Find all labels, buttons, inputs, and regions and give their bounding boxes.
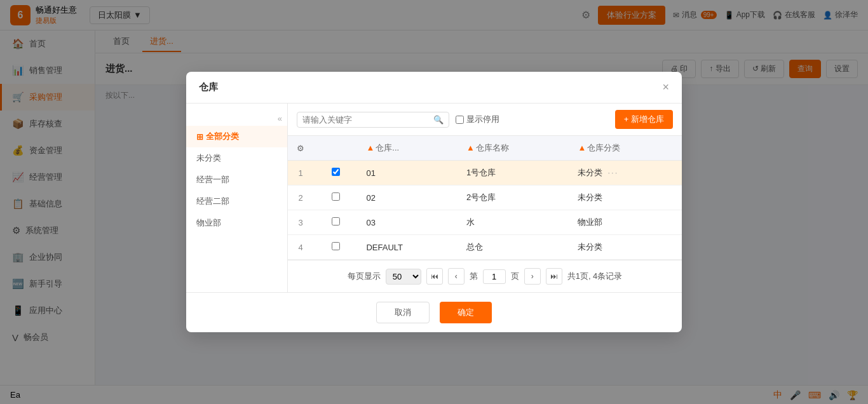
show-disabled-checkbox[interactable] [456, 116, 464, 124]
td-code: 02 [358, 185, 459, 210]
th-settings: ⚙ [288, 136, 313, 161]
td-name: 总仓 [459, 235, 571, 260]
th-category[interactable]: ▲仓库分类 [570, 136, 682, 161]
category-uncat[interactable]: 未分类 [186, 147, 287, 169]
td-name: 1号仓库 [459, 161, 571, 185]
new-warehouse-btn[interactable]: + 新增仓库 [615, 110, 673, 129]
next-page-btn[interactable]: › [524, 268, 541, 285]
category-panel: « ⊞ 全部分类 未分类 经营一部 经营二部 物业部 [186, 104, 288, 292]
page-number-input[interactable] [483, 269, 506, 284]
warehouse-table: ⚙ ▲仓库... ▲仓库名称 ▲仓库分类 1 01 1号仓库 未分类··· 2 [288, 136, 682, 260]
th-code[interactable]: ▲仓库... [358, 136, 459, 161]
td-num: 1 [288, 161, 313, 185]
td-name: 水 [459, 210, 571, 235]
table-row[interactable]: 4 DEFAULT 总仓 未分类 [288, 235, 682, 260]
pagination: 每页显示 50 20 100 ⏮ ‹ 第 页 › ⏭ 共1页, 4条记录 [288, 260, 682, 292]
first-page-btn[interactable]: ⏮ [426, 268, 443, 285]
category-dept2[interactable]: 经营二部 [186, 191, 287, 212]
search-input[interactable] [302, 115, 431, 125]
td-category: 未分类 [570, 185, 682, 210]
modal-content-panel: 🔍 显示停用 + 新增仓库 ⚙ [288, 104, 682, 292]
modal-body: « ⊞ 全部分类 未分类 经营一部 经营二部 物业部 [186, 104, 682, 292]
warehouse-modal: 仓库 × « ⊞ 全部分类 未分类 经营一部 经营二部 [186, 72, 682, 332]
td-num: 2 [288, 185, 313, 210]
th-name[interactable]: ▲仓库名称 [459, 136, 571, 161]
show-disabled-toggle[interactable]: 显示停用 [456, 114, 499, 125]
sort-icon-cat: ▲ [578, 143, 586, 152]
td-code: DEFAULT [358, 235, 459, 260]
td-check[interactable] [313, 161, 358, 185]
category-prop[interactable]: 物业部 [186, 212, 287, 234]
td-category: 物业部 [570, 210, 682, 235]
modal-close-btn[interactable]: × [662, 81, 669, 94]
modal-footer: 取消 确定 [186, 292, 682, 332]
table-header-row: ⚙ ▲仓库... ▲仓库名称 ▲仓库分类 [288, 136, 682, 161]
th-check [313, 136, 358, 161]
sort-icon-name: ▲ [466, 143, 475, 152]
td-category: 未分类··· [570, 161, 682, 185]
table-row[interactable]: 2 02 2号仓库 未分类 [288, 185, 682, 210]
confirm-btn[interactable]: 确定 [440, 302, 492, 323]
td-check[interactable] [313, 185, 358, 210]
page-size-select[interactable]: 50 20 100 [386, 269, 421, 285]
td-name: 2号仓库 [459, 185, 571, 210]
settings-th-icon[interactable]: ⚙ [297, 144, 304, 153]
row-actions-btn[interactable]: ··· [607, 168, 618, 177]
cancel-btn[interactable]: 取消 [376, 302, 430, 323]
table-row[interactable]: 3 03 水 物业部 [288, 210, 682, 235]
sort-icon-code: ▲ [366, 143, 374, 152]
td-code: 01 [358, 161, 459, 185]
modal-header: 仓库 × [186, 72, 682, 104]
td-code: 03 [358, 210, 459, 235]
collapse-panel-btn[interactable]: « [186, 111, 287, 126]
grid-icon: ⊞ [196, 132, 203, 142]
last-page-btn[interactable]: ⏭ [546, 268, 562, 285]
category-all[interactable]: ⊞ 全部分类 [186, 126, 287, 147]
td-check[interactable] [313, 210, 358, 235]
td-num: 4 [288, 235, 313, 260]
category-dept1[interactable]: 经营一部 [186, 169, 287, 191]
prev-page-btn[interactable]: ‹ [448, 268, 465, 285]
modal-title: 仓库 [199, 81, 218, 93]
td-check[interactable] [313, 235, 358, 260]
table-row[interactable]: 1 01 1号仓库 未分类··· [288, 161, 682, 185]
search-box[interactable]: 🔍 [297, 112, 449, 128]
modal-backdrop: 仓库 × « ⊞ 全部分类 未分类 经营一部 经营二部 [0, 0, 868, 404]
search-icon[interactable]: 🔍 [433, 115, 444, 125]
td-category: 未分类 [570, 235, 682, 260]
td-num: 3 [288, 210, 313, 235]
modal-toolbar: 🔍 显示停用 + 新增仓库 [288, 104, 682, 136]
